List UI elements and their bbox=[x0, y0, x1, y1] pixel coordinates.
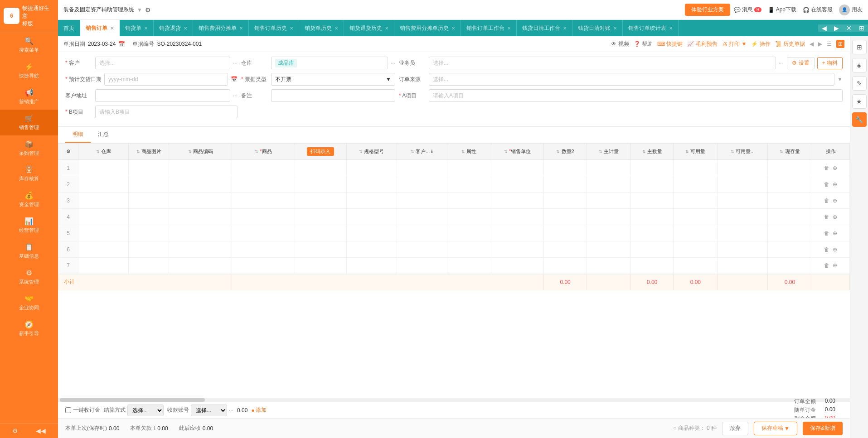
row-2-spec[interactable] bbox=[346, 176, 397, 193]
staff-dots[interactable]: ··· bbox=[779, 60, 783, 66]
tab-expense-history[interactable]: 销售费用分摊单历史 ✕ bbox=[394, 20, 461, 36]
row-6-unit[interactable] bbox=[491, 241, 544, 258]
app-download[interactable]: 📱 App下载 bbox=[768, 6, 796, 14]
row-3-attr[interactable] bbox=[447, 193, 491, 209]
row-5-delete-icon[interactable]: 🗑 bbox=[824, 230, 829, 236]
col-header-settings[interactable]: ⚙ bbox=[58, 144, 78, 160]
tab-daily-clear[interactable]: 钱货日清工作台 ✕ bbox=[517, 20, 572, 36]
row-3-delete-icon[interactable]: 🗑 bbox=[824, 197, 829, 204]
invoice-select[interactable]: 不开票 ▼ bbox=[271, 73, 395, 86]
row-1-qty2[interactable] bbox=[544, 160, 587, 176]
sidebar-item-guide[interactable]: 🧭 新手引导 bbox=[0, 316, 58, 342]
settings-icon[interactable]: ⚙ bbox=[145, 6, 151, 14]
row-5-warehouse[interactable] bbox=[78, 225, 129, 241]
one-click-checkbox[interactable] bbox=[65, 407, 71, 413]
row-7-qty2[interactable] bbox=[544, 258, 587, 274]
settings-bottom-icon[interactable]: ⚙ bbox=[12, 427, 18, 434]
row-5-product[interactable] bbox=[232, 225, 295, 241]
online-service[interactable]: 🎧 在线客服 bbox=[803, 6, 833, 14]
row-3-qty2[interactable] bbox=[544, 193, 587, 209]
sidebar-item-inventory[interactable]: 🗄 库存核算 bbox=[0, 161, 58, 187]
row-6-main-qty[interactable] bbox=[630, 241, 673, 258]
tab-reconcile[interactable]: 钱货日清对账 ✕ bbox=[572, 20, 623, 36]
row-5-attr[interactable] bbox=[447, 225, 491, 241]
order-source-input[interactable] bbox=[429, 73, 834, 86]
row-7-spec[interactable] bbox=[346, 258, 397, 274]
list-view-btn[interactable]: ☰ bbox=[827, 41, 832, 47]
message-area[interactable]: 💬 消息 9 bbox=[734, 6, 761, 14]
close-tab-expense[interactable]: ✕ bbox=[239, 26, 243, 31]
row-3-spec[interactable] bbox=[346, 193, 397, 209]
row-2-customer-code[interactable] bbox=[397, 176, 447, 193]
close-tab-daily-clear[interactable]: ✕ bbox=[563, 26, 567, 31]
tab-invoice[interactable]: 销货单 ✕ bbox=[120, 20, 154, 36]
row-2-main-qty[interactable] bbox=[630, 176, 673, 193]
row-5-main-qty[interactable] bbox=[630, 225, 673, 241]
row-3-main-qty[interactable] bbox=[630, 193, 673, 209]
save-new-btn[interactable]: 保存&新增 bbox=[803, 422, 843, 435]
row-1-spec[interactable] bbox=[346, 160, 397, 176]
row-7-attr[interactable] bbox=[447, 258, 491, 274]
sidebar-item-marketing[interactable]: 📢 营销推广 bbox=[0, 84, 58, 110]
tab-maximize-btn[interactable]: ⊞ bbox=[855, 24, 868, 32]
tab-sales-order[interactable]: 销售订单 ✕ bbox=[80, 20, 120, 36]
row-2-qty2[interactable] bbox=[544, 176, 587, 193]
row-3-unit[interactable] bbox=[491, 193, 544, 209]
industry-btn[interactable]: 体验行业方案 bbox=[685, 4, 730, 16]
sidebar-item-finance[interactable]: 💰 资金管理 bbox=[0, 187, 58, 212]
row-1-warehouse[interactable] bbox=[78, 160, 129, 176]
tab-prev-btn[interactable]: ◀ bbox=[818, 24, 830, 32]
row-7-unit[interactable] bbox=[491, 258, 544, 274]
row-1-customer-code[interactable] bbox=[397, 160, 447, 176]
row-5-spec[interactable] bbox=[346, 225, 397, 241]
tab-return-history[interactable]: 销货退货历史 ✕ bbox=[344, 20, 394, 36]
row-2-attr[interactable] bbox=[447, 176, 491, 193]
tab-next-btn[interactable]: ▶ bbox=[830, 24, 843, 32]
tab-home[interactable]: 首页 bbox=[58, 20, 80, 36]
discard-btn[interactable]: 放弃 bbox=[722, 422, 748, 435]
row-4-customer-code[interactable] bbox=[397, 209, 447, 225]
row-2-warehouse[interactable] bbox=[78, 176, 129, 193]
row-6-copy-icon[interactable]: ⊕ bbox=[833, 246, 837, 253]
row-6-customer-code[interactable] bbox=[397, 241, 447, 258]
row-2-delete-icon[interactable]: 🗑 bbox=[824, 181, 829, 188]
row-4-qty2[interactable] bbox=[544, 209, 587, 225]
close-tab-sales-order[interactable]: ✕ bbox=[110, 26, 114, 31]
tab-close-all-btn[interactable]: ✕ bbox=[843, 24, 855, 32]
tab-order-history[interactable]: 销售订单历史 ✕ bbox=[249, 20, 299, 36]
row-1-attr[interactable] bbox=[447, 160, 491, 176]
detail-tab-items[interactable]: 明细 bbox=[65, 127, 91, 143]
project-b-input[interactable] bbox=[95, 106, 238, 118]
row-6-spec[interactable] bbox=[346, 241, 397, 258]
tab-return[interactable]: 销货退货 ✕ bbox=[154, 20, 193, 36]
operation-icon[interactable]: ⚡ 操作 bbox=[751, 40, 770, 48]
row-4-code[interactable] bbox=[169, 209, 232, 225]
row-7-delete-icon[interactable]: 🗑 bbox=[824, 262, 829, 269]
one-click-checkbox-label[interactable]: 一键收订金 bbox=[65, 406, 100, 414]
row-1-delete-icon[interactable]: 🗑 bbox=[824, 165, 829, 171]
sidebar-item-operations[interactable]: 📊 经营管理 bbox=[0, 212, 58, 238]
help-icon[interactable]: ❓ 帮助 bbox=[634, 40, 653, 48]
row-7-main-qty[interactable] bbox=[630, 258, 673, 274]
right-panel-btn-5[interactable]: 🔧 bbox=[852, 112, 867, 127]
row-2-unit[interactable] bbox=[491, 176, 544, 193]
close-tab-invoice-history[interactable]: ✕ bbox=[335, 26, 338, 31]
row-1-code[interactable] bbox=[169, 160, 232, 176]
customer-input[interactable] bbox=[95, 57, 230, 69]
close-tab-return[interactable]: ✕ bbox=[184, 26, 187, 31]
account-select[interactable]: 选择... bbox=[191, 404, 227, 416]
row-5-code[interactable] bbox=[169, 225, 232, 241]
add-item-btn[interactable]: + 物料 bbox=[817, 57, 843, 69]
row-1-main-qty[interactable] bbox=[630, 160, 673, 176]
row-4-product[interactable] bbox=[232, 209, 295, 225]
row-6-attr[interactable] bbox=[447, 241, 491, 258]
delivery-calendar-icon[interactable]: 📅 bbox=[231, 76, 238, 82]
row-4-unit[interactable] bbox=[491, 209, 544, 225]
close-tab-return-history[interactable]: ✕ bbox=[385, 26, 388, 31]
save-draft-btn[interactable]: 保存草稿 ▼ bbox=[754, 422, 797, 435]
grid-view-btn[interactable]: ⊞ bbox=[836, 40, 844, 48]
print-icon[interactable]: 🖨 打印 ▼ bbox=[722, 40, 747, 48]
row-4-attr[interactable] bbox=[447, 209, 491, 225]
row-4-main-qty[interactable] bbox=[630, 209, 673, 225]
sidebar-item-sales[interactable]: 🛒 销售管理 bbox=[0, 110, 58, 135]
